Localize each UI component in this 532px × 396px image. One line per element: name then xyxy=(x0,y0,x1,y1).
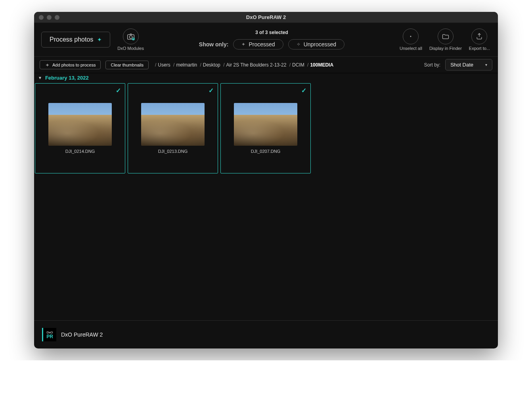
app-badge-bottom: PR xyxy=(46,334,53,339)
thumbnail[interactable]: ✓ DJI_0213.DNG xyxy=(128,83,218,173)
export-to-button[interactable]: Export to... xyxy=(469,29,490,51)
thumbnail-filename: DJI_0213.DNG xyxy=(158,149,188,154)
breadcrumb-seg-active[interactable]: 100MEDIA xyxy=(310,62,333,68)
checkmark-icon: ✓ xyxy=(301,87,306,94)
svg-point-3 xyxy=(411,36,411,37)
toolbar-right: Unselect all Display in Finder Export to… xyxy=(400,29,490,51)
process-photos-button[interactable]: Process photos ✦ xyxy=(41,32,110,48)
app-badge: DxO PR xyxy=(42,328,56,341)
main-toolbar: Process photos ✦ DxO Modules 3 of 3 sele… xyxy=(34,23,498,57)
breadcrumb-seg[interactable]: Desktop xyxy=(203,62,220,68)
titlebar: DxO PureRAW 2 xyxy=(34,12,498,23)
thumbnail-filename: DJI_0214.DNG xyxy=(65,149,95,154)
sparkle-icon: ✦ xyxy=(97,36,102,43)
unselect-all-label: Unselect all xyxy=(400,46,422,51)
filter-row: Show only: ✦ Processed ✧ Unprocessed xyxy=(199,39,344,50)
export-icon xyxy=(475,32,483,40)
svg-point-1 xyxy=(129,36,132,38)
sparkle-icon: ✦ xyxy=(241,42,245,47)
filter-processed-label: Processed xyxy=(249,41,275,48)
checkmark-icon: ✓ xyxy=(209,87,214,94)
show-only-label: Show only: xyxy=(199,41,229,48)
folder-icon xyxy=(442,32,450,40)
breadcrumb-seg[interactable]: Users xyxy=(158,62,170,68)
display-in-finder-button[interactable]: Display in Finder xyxy=(429,29,462,51)
unselect-icon xyxy=(407,32,415,40)
thumbnail-filename: DJI_0207.DNG xyxy=(251,149,281,154)
thumbnail-image xyxy=(141,103,205,146)
app-window: DxO PureRAW 2 Process photos ✦ DxO Modul… xyxy=(34,12,498,348)
thumbnail-image xyxy=(48,103,112,146)
selection-count: 3 of 3 selected xyxy=(255,30,288,35)
checkmark-icon: ✓ xyxy=(116,87,121,94)
display-in-finder-label: Display in Finder xyxy=(429,46,462,51)
add-photos-button[interactable]: ＋ Add photos to process xyxy=(40,60,101,69)
thumbnail-image xyxy=(234,103,297,146)
unselect-all-button[interactable]: Unselect all xyxy=(400,29,422,51)
filter-processed-button[interactable]: ✦ Processed xyxy=(233,39,283,50)
sort-by-label: Sort by: xyxy=(424,62,440,68)
breadcrumb-seg[interactable]: DCIM xyxy=(292,62,304,68)
dxo-modules-label: DxO Modules xyxy=(117,46,144,51)
sparkle-icon: ✧ xyxy=(297,42,300,47)
clear-thumbnails-button[interactable]: Clear thumbnails xyxy=(105,61,149,69)
footer: DxO PR DxO PureRAW 2 xyxy=(34,320,498,348)
filter-unprocessed-label: Unprocessed xyxy=(304,41,337,48)
clear-thumbnails-label: Clear thumbnails xyxy=(111,63,144,67)
export-to-label: Export to... xyxy=(469,46,490,51)
sort-by-select[interactable]: Shot Date ▾ xyxy=(445,59,492,70)
footer-app-name: DxO PureRAW 2 xyxy=(61,331,103,338)
secondary-toolbar: ＋ Add photos to process Clear thumbnails… xyxy=(34,57,498,73)
breadcrumb-seg[interactable]: Air 2S The Boulders 2-13-22 xyxy=(226,62,286,68)
thumbnail[interactable]: ✓ DJI_0214.DNG xyxy=(35,83,125,173)
dxo-modules-button[interactable]: DxO Modules xyxy=(117,29,144,51)
collapse-triangle-icon: ▼ xyxy=(38,76,42,80)
add-photos-label: Add photos to process xyxy=(52,63,96,67)
filter-unprocessed-button[interactable]: ✧ Unprocessed xyxy=(288,39,345,50)
window-title: DxO PureRAW 2 xyxy=(34,14,498,20)
thumbnail-grid: ✓ DJI_0214.DNG ✓ DJI_0213.DNG ✓ DJI_0207… xyxy=(34,82,498,174)
sort-by-value: Shot Date xyxy=(450,62,473,68)
breadcrumb-seg[interactable]: melmartin xyxy=(176,62,197,68)
date-group-label: February 13, 2022 xyxy=(45,75,89,81)
process-photos-label: Process photos xyxy=(50,36,93,43)
plus-icon: ＋ xyxy=(45,62,50,67)
chevron-down-icon: ▾ xyxy=(485,63,487,67)
thumbnail[interactable]: ✓ DJI_0207.DNG xyxy=(220,83,311,173)
breadcrumb: /Users /melmartin /Desktop /Air 2S The B… xyxy=(153,62,333,68)
date-group-header[interactable]: ▼ February 13, 2022 xyxy=(34,73,498,82)
camera-icon xyxy=(126,32,135,41)
toolbar-center: 3 of 3 selected Show only: ✦ Processed ✧… xyxy=(151,30,392,50)
